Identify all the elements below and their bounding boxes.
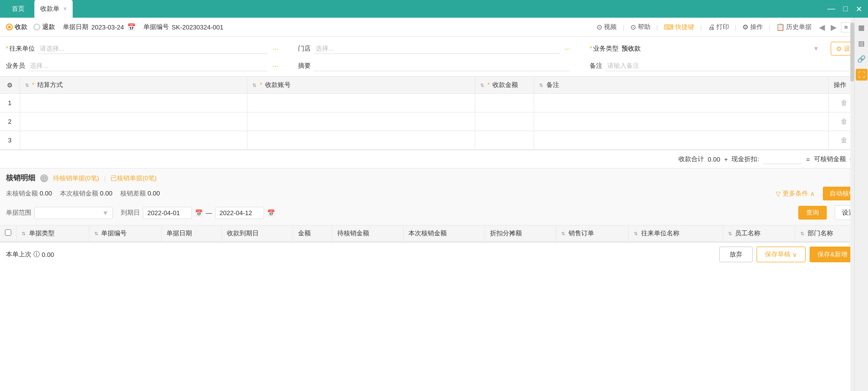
counterpart-more-icon[interactable]: ··· [272, 45, 278, 53]
col-gear-header[interactable]: ⚙ [0, 77, 20, 94]
settlement-cell-2[interactable] [20, 112, 247, 131]
right-panel-list-icon[interactable]: ▤ [856, 37, 868, 49]
diff-stat: 核销差额 0.00 [120, 189, 160, 198]
verify-info-icon[interactable]: ⓘ [40, 174, 48, 182]
amount-cell-1[interactable] [475, 94, 534, 112]
account-cell-1[interactable] [247, 94, 475, 112]
shortcut-label: 快捷键 [675, 23, 694, 31]
scrollbar-thumb[interactable] [850, 23, 854, 82]
chevron-up-icon: ∧ [810, 190, 815, 197]
tab-home[interactable]: 首页 [4, 0, 32, 18]
account-cell-3[interactable] [247, 131, 475, 150]
radio-receipt-label: 收款 [15, 23, 27, 31]
due-date-to-calendar-icon[interactable]: 📅 [267, 209, 275, 217]
shortcut-btn[interactable]: ⌨ 快捷键 [661, 22, 697, 32]
query-btn[interactable]: 查询 [798, 206, 827, 220]
remark-cell-3[interactable] [534, 131, 829, 150]
col-checkbox-header[interactable] [0, 225, 17, 242]
due-date-from-input[interactable] [143, 207, 192, 219]
amount-cell-2[interactable] [475, 112, 534, 131]
footer-btn-group: 放弃 保存草稿 ∨ 保存&新增 ∨ [719, 247, 862, 262]
window-close-icon[interactable]: ✕ [854, 3, 864, 15]
help-label: 帮助 [638, 23, 651, 31]
window-minimize-icon[interactable]: — [825, 3, 837, 14]
filter-icon: ▽ [776, 190, 781, 197]
select-all-checkbox[interactable] [5, 229, 11, 236]
radio-receipt[interactable]: 收款 [6, 23, 27, 31]
layout-list-btn[interactable]: ≡ [841, 22, 851, 32]
table-row: 1 🗑 ⧉ [0, 94, 868, 112]
verify-done-tab[interactable]: 已核销单据(0笔) [110, 174, 157, 183]
date-calendar-icon[interactable]: 📅 [127, 23, 136, 31]
query-label: 查询 [806, 209, 819, 216]
col-sales-header: ⇅ 销售订单 [556, 225, 629, 242]
discount-input[interactable] [763, 154, 802, 164]
tab-active-receipt[interactable]: 收款单 × [34, 0, 73, 18]
number-field: 单据编号 SK-20230324-001 [143, 23, 224, 31]
summary-label: 摘要 [298, 61, 311, 70]
col-counterpart-header: ⇅ 往来单位名称 [629, 225, 723, 242]
radio-refund-label: 退款 [42, 23, 55, 31]
shop-input[interactable] [314, 43, 560, 54]
settlement-cell-1[interactable] [20, 94, 247, 112]
col-settlement-header: ⇅ * 结算方式 [20, 77, 247, 94]
shop-more-icon[interactable]: ··· [565, 45, 570, 53]
save-draft-btn[interactable]: 保存草稿 ∨ [757, 247, 806, 262]
remark-input[interactable] [605, 60, 862, 71]
row-num-3: 3 [0, 131, 20, 150]
delete-icon-2[interactable]: 🗑 [841, 117, 847, 125]
scrollbar-track[interactable] [850, 18, 854, 391]
verify-table: ⇅ 单据类型 ⇅ 单据编号 单据日期 收款到期日 [0, 225, 868, 242]
col-account-header: ⇅ * 收款账号 [247, 77, 475, 94]
nav-next-btn[interactable]: ▶ [829, 23, 838, 32]
print-btn[interactable]: 🖨 打印 [705, 22, 732, 32]
right-panel: ▦ ▤ 🔗 ⛶ [854, 18, 868, 391]
history-btn[interactable]: 📋 历史单据 [773, 22, 814, 32]
remark-cell-1[interactable] [534, 94, 829, 112]
history-label: 历史单据 [786, 23, 812, 31]
footer-order-label: 本单上次 [6, 250, 31, 259]
biz-type-dropdown-icon[interactable]: ▼ [813, 45, 819, 52]
range-select[interactable]: ▼ [34, 207, 113, 219]
verify-pending-tab[interactable]: 待核销单据(0笔) [53, 174, 99, 183]
radio-refund[interactable]: 退款 [33, 23, 55, 31]
ops-btn[interactable]: ⚙ 操作 [739, 22, 766, 32]
due-date-to-input[interactable] [215, 207, 264, 219]
right-panel-table-icon[interactable]: ▦ [856, 22, 868, 33]
staff-input[interactable] [28, 60, 268, 71]
settlement-cell-3[interactable] [20, 131, 247, 150]
summary-input[interactable] [314, 60, 570, 71]
due-date-from-calendar-icon[interactable]: 📅 [195, 209, 203, 217]
ops-icon: ⚙ [742, 23, 749, 31]
verify-table-wrapper: ⇅ 单据类型 ⇅ 单据编号 单据日期 收款到期日 [0, 225, 868, 242]
remark-cell-2[interactable] [534, 112, 829, 131]
equals-label: = [806, 156, 810, 163]
col-type-header: ⇅ 单据类型 [17, 225, 89, 242]
video-icon: ⊙ [597, 23, 602, 31]
tab-close-icon[interactable]: × [63, 5, 67, 12]
help-btn[interactable]: ⊙ 帮助 [627, 22, 653, 32]
right-panel-expand-icon[interactable]: ⛶ [856, 69, 868, 81]
row-num-2: 2 [0, 112, 20, 131]
abandon-btn[interactable]: 放弃 [719, 247, 753, 262]
amount-cell-3[interactable] [475, 131, 534, 150]
row-num-1: 1 [0, 94, 20, 112]
right-panel-link-icon[interactable]: 🔗 [856, 53, 868, 65]
delete-icon-1[interactable]: 🗑 [841, 99, 847, 107]
footer-info-icon[interactable]: ⓘ [33, 250, 40, 259]
radio-refund-circle [33, 24, 40, 30]
staff-more-icon[interactable]: ··· [272, 62, 278, 70]
history-icon: 📋 [776, 23, 785, 31]
counterpart-input[interactable] [38, 43, 268, 54]
delete-icon-3[interactable]: 🗑 [841, 136, 847, 144]
video-btn[interactable]: ⊙ 视频 [594, 22, 620, 32]
nav-prev-btn[interactable]: ◀ [817, 23, 826, 32]
save-draft-chevron-icon: ∨ [792, 251, 797, 258]
summary-bar: 收款合计 0.00 + 现金折扣: = 可核销金额 0.00 [0, 150, 868, 168]
tab-home-label: 首页 [12, 4, 25, 13]
window-maximize-icon[interactable]: □ [841, 3, 850, 14]
ops-label: 操作 [750, 23, 763, 31]
receipt-table-section: ⚙ ⇅ * 结算方式 ⇅ * 收款账号 [0, 77, 868, 168]
more-conditions-btn[interactable]: ▽ 更多条件 ∧ [776, 189, 815, 198]
account-cell-2[interactable] [247, 112, 475, 131]
